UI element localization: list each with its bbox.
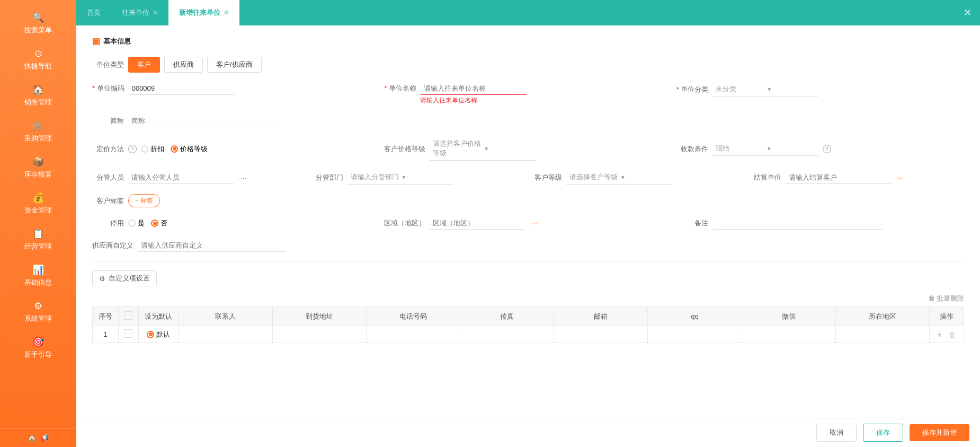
remark-group: 备注: [676, 217, 964, 230]
unit-btn-supplier[interactable]: 供应商: [164, 57, 203, 73]
row-phone[interactable]: [366, 326, 460, 343]
custom-settings-button[interactable]: ⚙ 自定义项设置: [92, 270, 157, 286]
sidebar-item-sales[interactable]: 🏠 销售管理: [0, 77, 76, 113]
save-new-button[interactable]: 保存并新增: [910, 424, 969, 441]
pricing-method-label: 定价方法: [92, 144, 124, 154]
dept-dropdown[interactable]: 请输入分管部门 ▼: [348, 170, 453, 185]
row-wechat[interactable]: [742, 326, 835, 343]
address-input[interactable]: [278, 331, 361, 338]
sidebar-item-inventory[interactable]: 📦 库存核算: [0, 150, 76, 186]
chevron-down-icon4: ▼: [402, 174, 450, 180]
close-new-contact-tab[interactable]: ✕: [224, 9, 229, 16]
select-all-checkbox[interactable]: [124, 311, 132, 320]
tab-home[interactable]: 首页: [76, 0, 111, 25]
wechat-input[interactable]: [747, 331, 830, 338]
col-wechat: 微信: [742, 307, 835, 326]
fax-input[interactable]: [466, 331, 548, 338]
sidebar-item-search[interactable]: 🔍 搜索菜单: [0, 5, 76, 41]
area-more-btn[interactable]: ···: [529, 219, 540, 227]
home-bottom-icon[interactable]: 🏠: [28, 434, 36, 442]
short-name-group: 简称: [92, 115, 964, 127]
short-name-input[interactable]: [128, 115, 277, 127]
row-region[interactable]: [835, 326, 929, 343]
supplier-custom-group: 供应商自定义: [92, 239, 964, 252]
sidebar-item-newguide[interactable]: 🎯 新手引导: [0, 330, 76, 366]
cancel-button[interactable]: 取消: [816, 424, 857, 442]
unit-category-dropdown[interactable]: 未分类 ▼: [712, 82, 818, 97]
row-select-checkbox[interactable]: [124, 329, 132, 338]
payment-terms-group: 收款条件 现结 ▼ ?: [676, 142, 964, 156]
add-tag-button[interactable]: + 标签: [128, 194, 160, 207]
settlement-more-btn[interactable]: ···: [896, 173, 906, 182]
supplier-custom-input[interactable]: [138, 239, 286, 252]
disable-area-row: 停用 是 否 区域（地区） ···: [92, 217, 964, 230]
sidebar-item-basic[interactable]: 📊 基础信息: [0, 258, 76, 294]
tab-contacts[interactable]: 往来单位 ✕: [111, 0, 168, 25]
row-email[interactable]: [554, 326, 648, 343]
sidebar-item-system[interactable]: ⚙ 系统管理: [0, 294, 76, 330]
settlement-input[interactable]: [786, 171, 892, 184]
customer-price-dropdown[interactable]: 请选择客户价格等级 ▼: [430, 137, 536, 161]
row-contact[interactable]: [179, 326, 272, 343]
pricing-method-group: 定价方法 ? 折扣 价格等级: [92, 144, 380, 154]
unit-code-label: 单位编码: [92, 84, 124, 93]
contact-input[interactable]: [184, 331, 267, 338]
main-close-button[interactable]: ✕: [955, 7, 980, 19]
row-default-radio[interactable]: 默认: [144, 330, 173, 339]
pricing-help-icon[interactable]: ?: [128, 145, 137, 153]
row-address[interactable]: [272, 326, 366, 343]
purchase-icon: 🛒: [32, 120, 44, 132]
tab-new-contact[interactable]: 新增往来单位 ✕: [168, 0, 239, 25]
table-row: 1 默认: [93, 326, 964, 343]
manager-more-btn[interactable]: ···: [238, 173, 249, 182]
manager-input[interactable]: [128, 171, 234, 184]
radio-no[interactable]: 否: [151, 218, 167, 228]
unit-name-group: 单位名称 请输入往来单位名称: [384, 82, 672, 105]
area-group: 区域（地区） ···: [384, 217, 672, 230]
row-no: 1: [93, 326, 119, 343]
add-row-button[interactable]: +: [938, 330, 942, 339]
qq-input[interactable]: [653, 331, 736, 338]
manager-label: 分管人员: [92, 173, 124, 182]
col-checkbox: [118, 307, 138, 326]
disable-group: 停用 是 否: [92, 218, 380, 228]
delete-row-button[interactable]: 🗑: [948, 330, 956, 339]
radio-price-level[interactable]: 价格等级: [171, 144, 208, 154]
radio-price-level-circle: [171, 145, 178, 153]
phone-input[interactable]: [372, 331, 455, 338]
table-body: 1 默认: [93, 326, 964, 343]
sidebar-item-quicknav[interactable]: ⊙ 快捷导航: [0, 41, 76, 77]
unit-btn-both[interactable]: 客户/供应商: [207, 57, 262, 73]
unit-code-input[interactable]: [129, 82, 235, 95]
remark-input[interactable]: [712, 217, 882, 230]
payment-terms-dropdown[interactable]: 现结 ▼: [712, 142, 818, 156]
row-fax[interactable]: [460, 326, 554, 343]
chevron-down-icon: ▼: [767, 86, 815, 92]
col-default: 设为默认: [139, 307, 179, 326]
row-qq[interactable]: [648, 326, 742, 343]
col-action: 操作: [929, 307, 964, 326]
region-input[interactable]: [841, 331, 924, 338]
bottom-bar: 取消 保存 保存并新增: [76, 418, 980, 447]
remark-label: 备注: [676, 218, 708, 228]
customer-level-dropdown[interactable]: 请选择客户等级 ▼: [566, 170, 672, 185]
batch-delete-button[interactable]: 🗑 批量删除: [92, 294, 964, 303]
area-input[interactable]: [430, 217, 525, 230]
sidebar-item-finance[interactable]: 💰 资金管理: [0, 186, 76, 222]
finance-icon: 💰: [32, 192, 44, 204]
tab-bar: 首页 往来单位 ✕ 新增往来单位 ✕ ✕: [76, 0, 980, 25]
sidebar-item-operation[interactable]: 📋 经营管理: [0, 222, 76, 258]
sidebar-item-purchase[interactable]: 🛒 采购管理: [0, 113, 76, 150]
close-contacts-tab[interactable]: ✕: [153, 9, 158, 16]
email-input[interactable]: [559, 331, 642, 338]
unit-type-row: 单位类型 客户 供应商 客户/供应商: [92, 57, 964, 73]
unit-type-buttons: 客户 供应商 客户/供应商: [128, 57, 262, 73]
payment-help-icon[interactable]: ?: [823, 145, 831, 153]
radio-yes[interactable]: 是: [128, 218, 145, 228]
notify-icon[interactable]: 📢: [40, 434, 49, 442]
pricing-radio-group: 折扣 价格等级: [141, 144, 208, 154]
unit-btn-customer[interactable]: 客户: [128, 57, 160, 73]
radio-discount[interactable]: 折扣: [141, 144, 164, 154]
save-button[interactable]: 保存: [863, 424, 903, 442]
unit-name-input[interactable]: [421, 82, 527, 95]
